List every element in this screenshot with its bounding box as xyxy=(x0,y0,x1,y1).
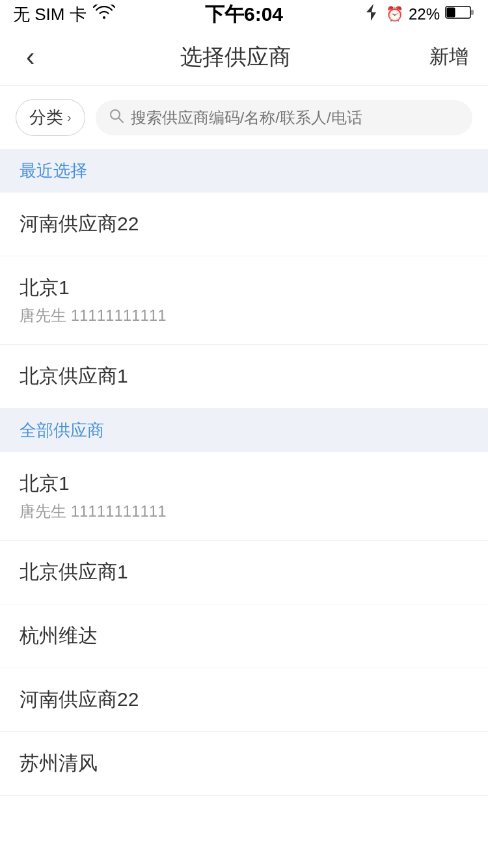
search-icon xyxy=(109,108,124,128)
recent-section-header: 最近选择 xyxy=(0,149,488,193)
recent-list: 河南供应商22 北京1 唐先生 11111111111北京供应商1 xyxy=(0,193,488,409)
svg-rect-2 xyxy=(470,10,474,15)
category-button[interactable]: 分类 › xyxy=(16,99,85,136)
filter-bar: 分类 › xyxy=(0,86,488,149)
page-title: 选择供应商 xyxy=(180,42,291,72)
list-item[interactable]: 北京1 唐先生 11111111111 xyxy=(0,452,488,541)
location-icon xyxy=(366,4,381,25)
list-item[interactable]: 北京供应商1 xyxy=(0,541,488,604)
status-left: 无 SIM 卡 xyxy=(13,3,115,26)
status-right: ⏰ 22% xyxy=(366,4,475,25)
chevron-right-icon: › xyxy=(67,110,72,125)
search-input[interactable] xyxy=(131,109,459,127)
status-bar: 无 SIM 卡 下午6:04 ⏰ 22% xyxy=(0,0,488,29)
item-name: 北京供应商1 xyxy=(20,363,468,390)
alarm-icon: ⏰ xyxy=(386,6,403,23)
list-item[interactable]: 河南供应商22 xyxy=(0,668,488,732)
item-name: 河南供应商22 xyxy=(20,686,468,713)
item-name: 杭州维达 xyxy=(20,623,468,649)
item-sub: 唐先生 11111111111 xyxy=(20,305,468,326)
battery-label: 22% xyxy=(409,5,440,23)
all-list: 北京1 唐先生 11111111111北京供应商1 杭州维达 河南供应商22 苏… xyxy=(0,452,488,796)
search-box xyxy=(96,100,472,135)
wifi-icon xyxy=(93,5,115,25)
item-name: 河南供应商22 xyxy=(20,211,468,237)
svg-line-4 xyxy=(118,118,123,122)
nav-bar: ‹ 选择供应商 新增 xyxy=(0,29,488,86)
item-name: 北京1 xyxy=(20,275,468,301)
category-label: 分类 xyxy=(29,106,63,129)
svg-rect-1 xyxy=(447,8,455,18)
item-sub: 唐先生 11111111111 xyxy=(20,501,468,522)
item-name: 苏州清风 xyxy=(20,750,468,777)
carrier-label: 无 SIM 卡 xyxy=(13,3,87,26)
list-item[interactable]: 苏州清风 xyxy=(0,732,488,796)
all-section-label: 全部供应商 xyxy=(20,420,104,440)
recent-section-label: 最近选择 xyxy=(20,161,87,180)
battery-icon xyxy=(445,5,475,24)
list-item[interactable]: 杭州维达 xyxy=(0,604,488,668)
list-item[interactable]: 河南供应商22 xyxy=(0,193,488,256)
list-item[interactable]: 北京供应商1 xyxy=(0,345,488,409)
list-item[interactable]: 北京1 唐先生 11111111111 xyxy=(0,256,488,345)
all-section-header: 全部供应商 xyxy=(0,409,488,452)
add-button[interactable]: 新增 xyxy=(429,44,468,70)
item-name: 北京供应商1 xyxy=(20,559,468,586)
item-name: 北京1 xyxy=(20,470,468,497)
status-time: 下午6:04 xyxy=(205,1,283,28)
back-button[interactable]: ‹ xyxy=(20,36,41,78)
